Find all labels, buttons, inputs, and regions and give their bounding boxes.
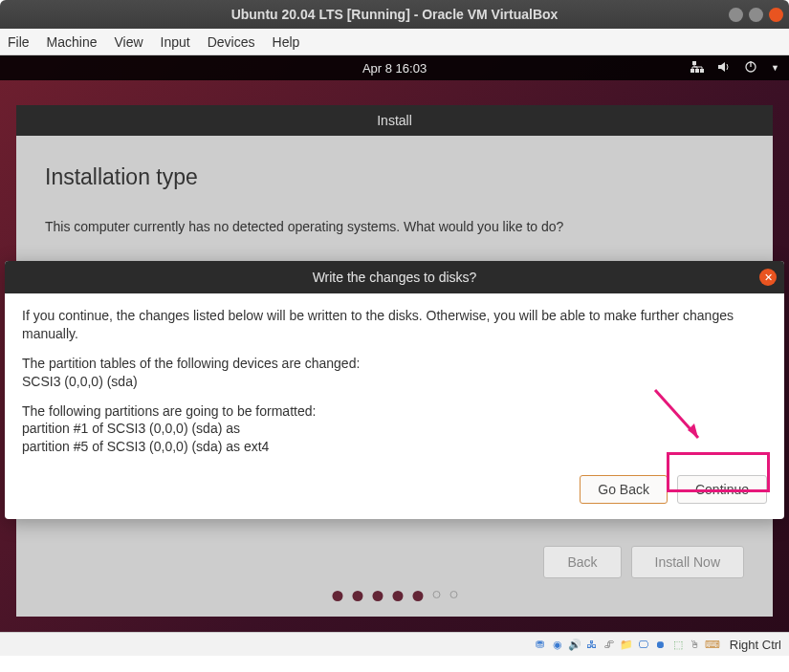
go-back-button[interactable]: Go Back <box>580 475 668 504</box>
dialog-title: Write the changes to disks? <box>313 270 477 285</box>
display-icon[interactable]: 🖵 <box>636 637 651 652</box>
dot-7 <box>449 591 457 598</box>
dialog-body: If you continue, the changes listed belo… <box>5 293 784 519</box>
recording-icon[interactable]: ⏺ <box>653 637 668 652</box>
minimize-icon[interactable] <box>729 8 743 22</box>
svg-rect-1 <box>690 69 694 73</box>
installer-nav-buttons: Back Install Now <box>543 546 744 578</box>
guest-topbar: Apr 8 16:03 ▼ <box>0 55 789 80</box>
optical-icon[interactable]: ◉ <box>550 637 565 652</box>
dot-1 <box>332 591 342 601</box>
vbox-menubar: File Machine View Input Devices Help <box>0 29 789 55</box>
menu-devices[interactable]: Devices <box>208 34 255 50</box>
menu-help[interactable]: Help <box>273 34 300 50</box>
cpu-icon[interactable]: ⬚ <box>670 637 686 652</box>
chevron-down-icon[interactable]: ▼ <box>771 63 779 73</box>
keyboard-icon[interactable]: ⌨ <box>705 637 720 652</box>
menu-view[interactable]: View <box>114 34 142 50</box>
harddisk-icon[interactable]: ⛃ <box>533 637 548 652</box>
mouse-integration-icon[interactable]: 🖱 <box>688 637 703 652</box>
menu-machine[interactable]: Machine <box>47 34 98 50</box>
continue-button[interactable]: Continue <box>677 475 767 504</box>
dialog-buttons: Go Back Continue <box>22 467 767 504</box>
audio-icon[interactable]: 🔊 <box>567 637 582 652</box>
svg-rect-2 <box>695 69 699 73</box>
svg-rect-3 <box>700 69 704 73</box>
tables-item: SCSI3 (0,0,0) (sda) <box>22 374 138 389</box>
vbox-title: Ubuntu 20.04 LTS [Running] - Oracle VM V… <box>231 7 559 22</box>
volume-icon[interactable] <box>717 60 731 76</box>
vbox-statusbar: ⛃ ◉ 🔊 🖧 🖇 📁 🖵 ⏺ ⬚ 🖱 ⌨ Right Ctrl <box>0 632 789 656</box>
installer-titlebar: Install <box>16 105 773 136</box>
format-heading: The following partitions are going to be… <box>22 403 316 419</box>
format-item-2: partition #5 of SCSI3 (0,0,0) (sda) as e… <box>22 439 269 454</box>
dot-6 <box>432 591 440 598</box>
installer-title: Install <box>377 113 412 128</box>
close-icon[interactable] <box>769 8 783 22</box>
guest-clock: Apr 8 16:03 <box>362 61 427 76</box>
usb-icon[interactable]: 🖇 <box>602 637 617 652</box>
network-adapter-icon[interactable]: 🖧 <box>584 637 600 652</box>
dot-2 <box>352 591 362 601</box>
page-heading: Installation type <box>45 164 744 190</box>
tables-heading: The partition tables of the following de… <box>22 356 360 371</box>
dialog-close-icon[interactable]: ✕ <box>759 269 777 286</box>
guest-indicators: ▼ <box>690 60 779 76</box>
installer-description: This computer currently has no detected … <box>45 219 744 234</box>
svg-rect-0 <box>692 61 696 65</box>
progress-dots <box>332 591 457 601</box>
format-item-1: partition #1 of SCSI3 (0,0,0) (sda) as <box>22 421 240 436</box>
dialog-tables-section: The partition tables of the following de… <box>22 355 767 391</box>
dot-4 <box>392 591 403 601</box>
dialog-intro: If you continue, the changes listed belo… <box>22 307 767 343</box>
vbox-window-controls <box>729 8 783 22</box>
menu-input[interactable]: Input <box>161 34 190 50</box>
vbox-titlebar: Ubuntu 20.04 LTS [Running] - Oracle VM V… <box>0 0 789 29</box>
vbox-status-icons: ⛃ ◉ 🔊 🖧 🖇 📁 🖵 ⏺ ⬚ 🖱 ⌨ <box>533 637 720 652</box>
install-now-button[interactable]: Install Now <box>631 546 744 578</box>
guest-display: Apr 8 16:03 ▼ Install Installation type … <box>0 55 789 632</box>
hostkey-label: Right Ctrl <box>730 638 781 652</box>
power-icon[interactable] <box>744 60 757 76</box>
maximize-icon[interactable] <box>749 8 763 22</box>
dot-5 <box>412 591 423 601</box>
menu-file[interactable]: File <box>8 34 30 50</box>
dialog-titlebar: Write the changes to disks? ✕ <box>5 261 784 293</box>
network-icon[interactable] <box>690 60 704 76</box>
dialog-format-section: The following partitions are going to be… <box>22 402 767 457</box>
confirm-dialog: Write the changes to disks? ✕ If you con… <box>5 261 784 519</box>
shared-folder-icon[interactable]: 📁 <box>619 637 634 652</box>
back-button[interactable]: Back <box>543 546 621 578</box>
dot-3 <box>372 591 383 601</box>
